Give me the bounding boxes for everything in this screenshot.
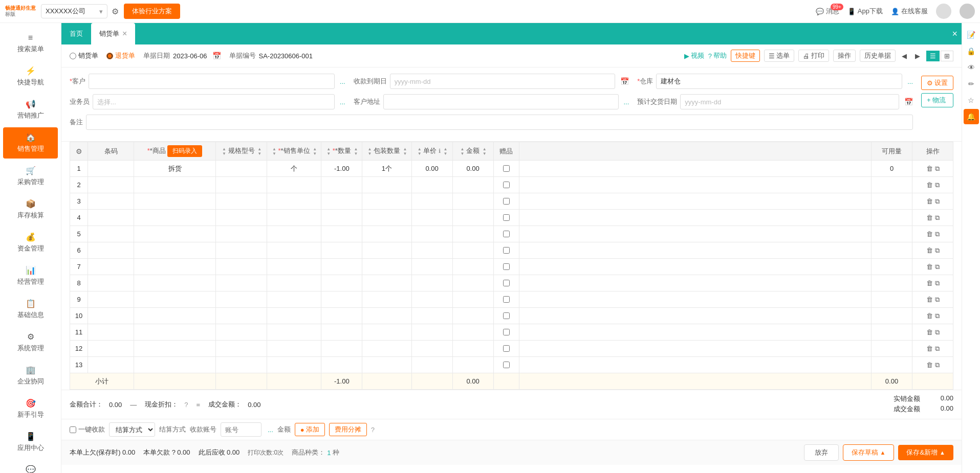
row-gift[interactable]: [493, 341, 519, 357]
copy-icon[interactable]: ⧉: [935, 328, 940, 336]
row-gift[interactable]: [493, 161, 519, 177]
delete-icon[interactable]: 🗑: [926, 230, 933, 238]
customer-ellipsis[interactable]: ...: [340, 78, 345, 85]
row-barcode[interactable]: [88, 193, 134, 210]
right-panel-notes-btn[interactable]: 📝: [964, 27, 979, 42]
row-price[interactable]: [411, 210, 452, 226]
copy-icon[interactable]: ⧉: [935, 345, 940, 353]
row-qty[interactable]: [321, 275, 362, 291]
th-gear[interactable]: ⚙: [70, 142, 88, 161]
delete-icon[interactable]: 🗑: [926, 197, 933, 206]
payment-method-select[interactable]: 结算方式: [109, 422, 155, 437]
delete-icon[interactable]: 🗑: [926, 246, 933, 255]
sidebar-item-app-center[interactable]: 📱 应用中心: [3, 426, 58, 458]
row-goods[interactable]: [134, 193, 216, 210]
expected-date-calendar-icon[interactable]: 📅: [904, 98, 913, 106]
row-goods[interactable]: [134, 210, 216, 226]
draft-btn[interactable]: 保存草稿 ▲: [843, 444, 895, 461]
gift-checkbox[interactable]: [503, 345, 510, 352]
next-btn[interactable]: ▶: [913, 51, 922, 61]
row-price[interactable]: [411, 259, 452, 275]
prev-btn[interactable]: ◀: [900, 51, 909, 61]
gift-checkbox[interactable]: [503, 165, 510, 172]
row-spec[interactable]: [216, 275, 267, 291]
row-spec[interactable]: [216, 242, 267, 259]
row-price[interactable]: [411, 357, 452, 373]
row-price[interactable]: [411, 341, 452, 357]
row-qty[interactable]: [321, 357, 362, 373]
sidebar-item-sales-mgmt[interactable]: 🏠 销售管理: [3, 127, 58, 159]
print-btn[interactable]: 🖨 打印: [798, 50, 829, 62]
gift-checkbox[interactable]: [503, 296, 510, 303]
account-ellipsis[interactable]: ...: [268, 426, 273, 434]
delete-icon[interactable]: 🗑: [926, 214, 933, 222]
sidebar-item-biz-mgmt[interactable]: 📊 经营管理: [3, 260, 58, 291]
copy-icon[interactable]: ⧉: [935, 165, 940, 173]
row-gift[interactable]: [493, 275, 519, 291]
sidebar-item-sys-mgmt[interactable]: ⚙ 系统管理: [3, 327, 58, 358]
gift-checkbox[interactable]: [503, 182, 510, 188]
copy-icon[interactable]: ⧉: [935, 312, 940, 320]
expense-btn[interactable]: 费用分摊: [329, 423, 367, 436]
sidebar-item-quick-nav[interactable]: ⚡ 快捷导航: [3, 61, 58, 92]
radio-sales[interactable]: 销货单: [70, 51, 98, 60]
video-link[interactable]: ▶ 视频: [684, 51, 704, 60]
sidebar-item-search-order[interactable]: ≡ 搜索菜单: [3, 28, 58, 59]
gift-checkbox[interactable]: [503, 312, 510, 319]
row-qty[interactable]: [321, 291, 362, 308]
right-panel-view-btn[interactable]: 👁: [964, 60, 979, 75]
ops-btn[interactable]: 操作: [833, 50, 856, 62]
row-goods[interactable]: [134, 291, 216, 308]
row-price[interactable]: 0.00: [411, 161, 452, 177]
row-barcode[interactable]: [88, 324, 134, 341]
discount-help-icon[interactable]: ?: [184, 401, 188, 409]
row-spec[interactable]: [216, 308, 267, 324]
row-goods[interactable]: 拆货: [134, 161, 216, 177]
message-btn[interactable]: 💬 消息 99+: [816, 7, 839, 16]
barcode-input[interactable]: [92, 263, 129, 271]
customer-input[interactable]: [89, 74, 335, 89]
row-gift[interactable]: [493, 324, 519, 341]
due-date-calendar-icon[interactable]: 📅: [620, 77, 629, 85]
row-price[interactable]: [411, 226, 452, 242]
gift-checkbox[interactable]: [503, 280, 510, 286]
sidebar-item-enterprise[interactable]: 🏢 企业协同: [3, 360, 58, 391]
row-qty[interactable]: [321, 226, 362, 242]
scan-btn[interactable]: 扫码录入: [167, 145, 202, 157]
tab-bar-close-btn[interactable]: ×: [952, 29, 957, 39]
logistics-btn[interactable]: + 物流: [921, 93, 953, 107]
radio-return[interactable]: 退货单: [106, 51, 135, 60]
view-grid-btn[interactable]: ⊞: [941, 51, 953, 61]
customer-addr-ellipsis[interactable]: ...: [624, 98, 629, 106]
row-goods[interactable]: [134, 308, 216, 324]
row-barcode[interactable]: [88, 210, 134, 226]
row-barcode[interactable]: [88, 291, 134, 308]
delete-icon[interactable]: 🗑: [926, 361, 933, 369]
gift-checkbox[interactable]: [503, 247, 510, 254]
row-goods[interactable]: [134, 357, 216, 373]
barcode-input[interactable]: [92, 230, 129, 238]
row-gift[interactable]: [493, 226, 519, 242]
tab-home[interactable]: 首页: [61, 23, 91, 44]
radio-return-input[interactable]: [106, 53, 113, 59]
save-new-btn[interactable]: 保存&新增 ▲: [898, 445, 953, 460]
row-goods[interactable]: [134, 226, 216, 242]
copy-icon[interactable]: ⧉: [935, 361, 940, 369]
barcode-input[interactable]: [92, 165, 129, 172]
row-spec[interactable]: [216, 193, 267, 210]
delete-icon[interactable]: 🗑: [926, 181, 933, 189]
gift-checkbox[interactable]: [503, 263, 510, 270]
app-download-btn[interactable]: 📱 App下载: [847, 7, 883, 16]
settings-icon[interactable]: ⚙: [112, 7, 119, 16]
delete-icon[interactable]: 🗑: [926, 328, 933, 336]
row-price[interactable]: [411, 324, 452, 341]
barcode-input[interactable]: [92, 312, 129, 320]
sidebar-item-inventory[interactable]: 📦 库存核算: [3, 194, 58, 225]
barcode-input[interactable]: [92, 328, 129, 336]
row-gift[interactable]: [493, 210, 519, 226]
customer-addr-input[interactable]: [383, 94, 619, 109]
row-qty[interactable]: [321, 324, 362, 341]
row-gift[interactable]: [493, 308, 519, 324]
row-qty[interactable]: [321, 341, 362, 357]
right-panel-alert-btn[interactable]: 🔔: [964, 109, 979, 124]
